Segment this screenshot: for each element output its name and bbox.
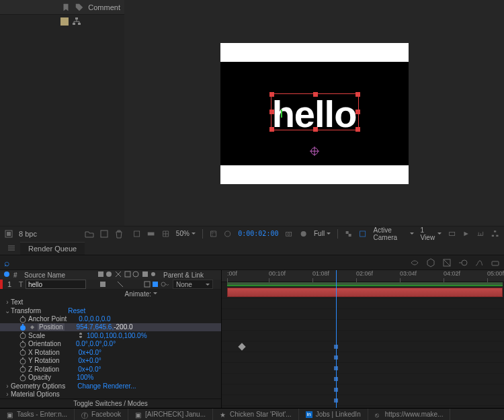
handle-br[interactable]	[355, 127, 360, 132]
playhead[interactable]	[336, 270, 337, 408]
taskbar-item[interactable]: ⓕFacebook	[75, 409, 128, 420]
mask-icon[interactable]	[224, 229, 231, 239]
show-channel-icon[interactable]	[300, 229, 307, 239]
comp-canvas[interactable]: hello	[220, 62, 409, 165]
graph-editor-icon[interactable]	[474, 258, 484, 267]
zrot-value[interactable]: 0x+0.0°	[78, 366, 101, 373]
taskbar-item[interactable]: ⎋https://www.make...	[368, 409, 451, 420]
anchor-value[interactable]: 0.0,0.0,0.0	[79, 315, 110, 323]
3d-view-icon[interactable]	[359, 229, 366, 239]
pickwhip-icon[interactable]	[161, 280, 170, 289]
animate-menu[interactable]: Animate:	[0, 290, 221, 298]
tab-render-queue[interactable]: Render Queue	[20, 242, 85, 255]
time-ruler[interactable]: :00f 00:10f 01:08f 02:06f 03:04f 04:02f …	[222, 270, 504, 282]
constrain-icon[interactable]	[77, 331, 85, 339]
handle-tr[interactable]	[355, 92, 360, 97]
brainstorm-icon[interactable]	[491, 258, 500, 267]
stopwatch-icon[interactable]	[19, 357, 27, 365]
position-track[interactable]	[222, 341, 504, 352]
prop-x-rotation[interactable]: X Rotation 0x+0.0°	[0, 348, 221, 356]
geometry-options[interactable]: › Geometry Options Change Renderer...	[0, 382, 221, 390]
search-icon[interactable]: ⌕	[4, 257, 9, 268]
prop-position[interactable]: Position 954.7,645.6,-200.0	[0, 323, 221, 331]
taskbar-item[interactable]: ★Chicken Star 'Pilot'...	[213, 409, 299, 420]
zoom-dropdown[interactable]: 50%	[176, 230, 196, 237]
vis-col[interactable]	[0, 270, 13, 280]
prop-opacity[interactable]: Opacity 100%	[0, 373, 221, 381]
new-folder-icon[interactable]	[85, 229, 94, 239]
prop-scale[interactable]: Scale 100.0,100.0,100.0%	[0, 331, 221, 339]
handle-bl[interactable]	[269, 127, 274, 132]
stopwatch-active-icon[interactable]	[19, 323, 27, 331]
layer-track[interactable]	[222, 286, 504, 298]
prop-y-rotation[interactable]: Y Rotation 0x+0.0°	[0, 357, 221, 365]
composition-viewer[interactable]: hello	[124, 0, 504, 227]
draft3d-icon[interactable]	[426, 258, 435, 267]
position-value-z[interactable]: -200.0	[114, 323, 132, 331]
bpc-label[interactable]: 8 bpc	[19, 230, 37, 238]
tag-icon[interactable]	[75, 3, 84, 12]
frame-blend-icon[interactable]	[442, 258, 452, 267]
layer-duration-bar[interactable]	[227, 288, 503, 297]
transparency-icon[interactable]	[345, 229, 352, 239]
prop-anchor-point[interactable]: Anchor Point 0.0,0.0,0.0	[0, 314, 221, 323]
layer-name-input[interactable]	[26, 280, 86, 289]
channel-icon[interactable]	[147, 229, 155, 239]
layer-row-1[interactable]: 1 T None	[0, 280, 221, 290]
handle-mr[interactable]	[355, 110, 360, 114]
snapshot-icon[interactable]	[285, 229, 292, 239]
keyframe[interactable]	[238, 343, 245, 350]
interpret-icon[interactable]	[4, 229, 13, 239]
text-layer-preview[interactable]: hello	[272, 92, 357, 136]
reset-link[interactable]: Reset	[68, 307, 85, 314]
scale-value[interactable]: 100.0,100.0,100.0%	[87, 332, 147, 339]
taskbar-item[interactable]: inJobs | LinkedIn	[299, 409, 368, 420]
trash-icon[interactable]	[114, 229, 124, 239]
handle-tl[interactable]	[269, 92, 274, 97]
timeline-track-area[interactable]: :00f 00:10f 01:08f 02:06f 03:04f 04:02f …	[222, 270, 504, 408]
keyframe-nav-icon[interactable]	[28, 323, 36, 331]
taskbar-item[interactable]: ▣Tasks - Enter:n...	[0, 409, 75, 420]
roi-icon[interactable]	[133, 229, 140, 239]
new-comp-icon[interactable]	[99, 229, 109, 239]
bookmark-icon[interactable]	[61, 3, 71, 12]
pixel-aspect-icon[interactable]	[448, 229, 456, 239]
shy-icon[interactable]	[410, 258, 419, 267]
stopwatch-icon[interactable]	[19, 340, 27, 348]
camera-dropdown[interactable]: Active Camera	[374, 226, 414, 241]
handle-tm[interactable]	[313, 92, 318, 97]
timeline-icon[interactable]	[476, 229, 484, 239]
stopwatch-icon[interactable]	[19, 348, 27, 356]
views-dropdown[interactable]: 1 View	[421, 226, 442, 241]
prop-orientation[interactable]: Orientation 0.0°,0.0°,0.0°	[0, 340, 221, 348]
handle-ml[interactable]	[269, 110, 274, 114]
source-col[interactable]: Source Name	[22, 271, 97, 279]
prop-z-rotation[interactable]: Z Rotation 0x+0.0°	[0, 365, 221, 373]
layer-switches[interactable]	[97, 280, 161, 289]
flowchart-view-icon[interactable]	[491, 229, 499, 239]
fast-preview-icon[interactable]	[462, 229, 470, 239]
parent-dropdown[interactable]: None	[173, 280, 213, 289]
orientation-value[interactable]: 0.0°,0.0°,0.0°	[76, 340, 116, 347]
stopwatch-icon[interactable]	[19, 331, 27, 339]
opacity-value[interactable]: 100%	[77, 374, 94, 381]
text-group[interactable]: › Text	[0, 298, 221, 306]
current-time[interactable]: 0:00:02:00	[238, 230, 278, 237]
stopwatch-icon[interactable]	[19, 315, 27, 323]
yrot-value[interactable]: 0x+0.0°	[79, 357, 101, 364]
stopwatch-icon[interactable]	[19, 374, 27, 382]
anchor-point-icon[interactable]	[310, 121, 319, 130]
guides-icon[interactable]	[210, 229, 217, 239]
taskbar-item[interactable]: ▣[AIRCHECK] Janu...	[128, 409, 213, 420]
panel-menu-icon[interactable]	[7, 243, 16, 253]
xrot-value[interactable]: 0x+0.0°	[79, 349, 101, 356]
transform-group[interactable]: ⌄ Transform Reset	[0, 306, 221, 314]
project-item-row[interactable]	[0, 15, 124, 28]
grid-icon[interactable]	[162, 229, 169, 239]
position-value-xy[interactable]: 954.7,645.6,	[77, 323, 114, 331]
material-options[interactable]: › Material Options	[0, 390, 221, 398]
change-renderer-link[interactable]: Change Renderer...	[77, 382, 136, 390]
motion-blur-icon[interactable]	[458, 258, 468, 267]
resolution-dropdown[interactable]: Full	[314, 230, 331, 237]
toggle-switches-modes[interactable]: Toggle Switches / Modes	[0, 398, 221, 408]
